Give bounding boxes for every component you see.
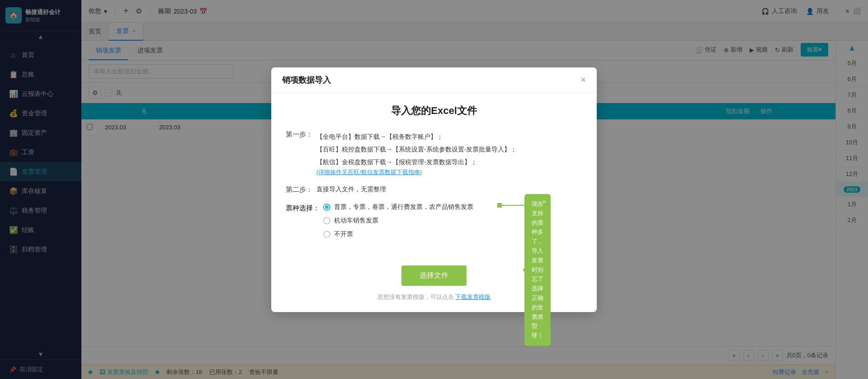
modal-header: 销项数据导入 × [271,67,597,93]
step1-line3: 【航信】金税盘数据下载→【报税管理-发票数据导出】； [316,156,517,168]
tooltip-text: 现在支持的票种多了，导入发票时别忘了选择正确的发票类型呀！ [532,200,543,339]
radio-common-label: 普票，专票，卷票，通行费发票，农产品销售发票 [334,203,473,211]
tooltip-bubble: × 现在支持的票种多了，导入发票时别忘了选择正确的发票类型呀！ [524,194,551,346]
radio-none-circle [323,231,330,238]
modal-overlay: 销项数据导入 × 导入您的Excel文件 第一步： 【全电平台】数据下载→【税务… [0,0,868,379]
modal-title: 销项数据导入 [282,75,331,85]
select-file-btn[interactable]: 选择文件 [401,265,467,286]
radio-none[interactable]: 不开票 [323,230,473,238]
tooltip-connector [497,203,524,208]
radio-motor-label: 机动车销售发票 [334,217,378,225]
radio-motor-circle [323,217,330,224]
step1-line1: 【全电平台】数据下载→【税务数字账户】； [316,130,517,143]
radio-group: 普票，专票，卷票，通行费发票，农产品销售发票 机动车销售发票 不开票 [323,203,473,238]
step-1: 第一步： 【全电平台】数据下载→【税务数字账户】； 【百旺】税控盘数据下载→【系… [286,130,582,176]
radio-common[interactable]: 普票，专票，卷票，通行费发票，农产品销售发票 [323,203,473,211]
step2-label: 第二步： [286,185,313,194]
step1-line2: 【百旺】税控盘数据下载→【系统设置-系统参数设置-发票批量导入】； [316,143,517,156]
step-2: 第二步： 直接导入文件，无需整理 [286,185,582,194]
radio-common-circle [323,204,330,211]
tooltip-dot [497,203,502,208]
modal-close-btn[interactable]: × [580,75,586,85]
step1-row: 第一步： 【全电平台】数据下载→【税务数字账户】； 【百旺】税控盘数据下载→【系… [286,130,582,176]
tooltip-close-btn[interactable]: × [542,197,546,207]
radio-none-label: 不开票 [334,230,353,238]
step1-content: 【全电平台】数据下载→【税务数字账户】； 【百旺】税控盘数据下载→【系统设置-系… [316,130,517,176]
modal-main-title: 导入您的Excel文件 [286,104,582,118]
step2-row: 第二步： 直接导入文件，无需整理 [286,185,582,194]
step2-content: 直接导入文件，无需整理 [316,185,386,194]
ticket-select-label: 票种选择： [286,204,320,213]
download-template-link[interactable]: 下载发票模版 [455,294,491,300]
step1-label: 第一步： [286,130,313,176]
tooltip-line [502,205,524,206]
hint-text: 若您没有发票模版，可以点击 [377,294,454,300]
radio-motor[interactable]: 机动车销售发票 [323,217,473,225]
step1-link[interactable]: (详细操作见百旺/航信发票数据下载指南) [316,168,517,176]
